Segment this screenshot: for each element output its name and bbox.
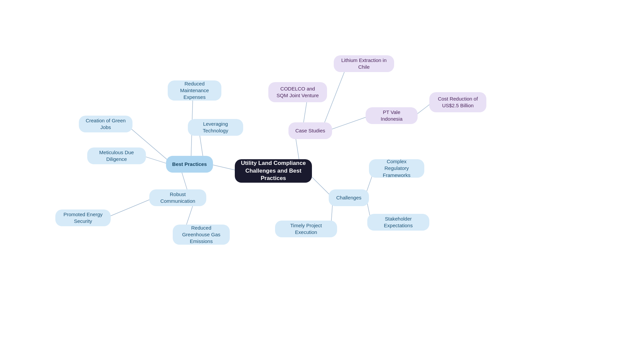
node-leveragingTech: Leveraging Technology bbox=[188, 119, 243, 136]
node-challenges: Challenges bbox=[329, 189, 369, 206]
svg-line-10 bbox=[324, 70, 345, 124]
svg-line-5 bbox=[182, 172, 187, 190]
node-greenJobs: Creation of Green Jobs bbox=[79, 116, 132, 132]
mind-map-connections bbox=[0, 0, 644, 363]
node-caseStudies: Case Studies bbox=[288, 122, 332, 139]
node-ptVale: PT Vale Indonesia bbox=[366, 107, 418, 124]
node-lithiumExtraction: Lithium Extraction in Chile bbox=[334, 55, 394, 72]
svg-line-11 bbox=[304, 102, 307, 123]
node-meticulousDue: Meticulous Due Diligence bbox=[87, 147, 146, 164]
svg-line-12 bbox=[332, 117, 366, 129]
node-timelyProject: Timely Project Execution bbox=[275, 221, 337, 237]
svg-line-2 bbox=[310, 175, 330, 195]
node-reducedMaintenance: Reduced Maintenance Expenses bbox=[168, 80, 221, 101]
svg-line-0 bbox=[213, 165, 235, 170]
node-center: Utility Land Compliance Challenges and B… bbox=[235, 159, 312, 183]
svg-line-13 bbox=[417, 104, 430, 114]
node-robustComm: Robust Communication bbox=[149, 189, 206, 206]
node-reducedGHG: Reduced Greenhouse Gas Emissions bbox=[173, 225, 230, 245]
svg-line-9 bbox=[146, 157, 166, 163]
node-bestPractices: Best Practices bbox=[166, 156, 213, 173]
svg-line-1 bbox=[296, 137, 300, 162]
node-promotedEnergy: Promoted Energy Security bbox=[55, 209, 111, 226]
node-codelco: CODELCO and SQM Joint Venture bbox=[268, 82, 327, 102]
svg-line-6 bbox=[186, 205, 193, 226]
node-costReduction: Cost Reduction of US$2.5 Billion bbox=[429, 92, 486, 112]
svg-line-7 bbox=[110, 199, 150, 216]
node-complexRegulatory: Complex Regulatory Frameworks bbox=[369, 159, 424, 178]
svg-line-4 bbox=[200, 134, 203, 157]
node-stakeholderExp: Stakeholder Expectations bbox=[367, 214, 429, 231]
